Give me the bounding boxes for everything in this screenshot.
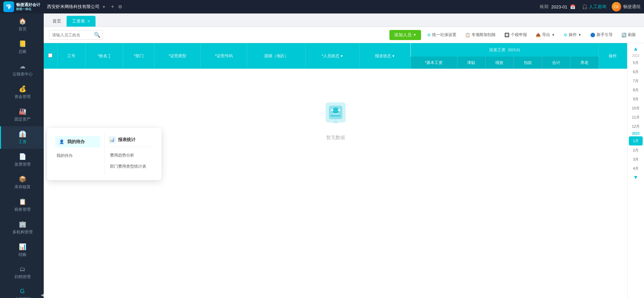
sidebar-label-expense: 小畅报销 (14, 296, 31, 298)
calendar-icon[interactable]: 📅 (570, 4, 575, 9)
timeline-jul[interactable]: 7月 (628, 76, 644, 86)
add-company-btn[interactable]: + (111, 4, 114, 10)
search-input[interactable] (52, 33, 92, 37)
sidebar-item-invoice[interactable]: 📄 发票管理 (0, 149, 44, 171)
fixed-icon: 🏭 (19, 108, 26, 115)
status-filter-icon[interactable]: ▼ (340, 54, 343, 58)
add-person-button[interactable]: 添加人员 ▼ (389, 30, 421, 40)
timeline-may[interactable]: 5月 (628, 58, 644, 67)
sidebar-item-closing[interactable]: 📊 结账 (0, 239, 44, 262)
timeline-oct[interactable]: 10月 (628, 104, 644, 113)
tab-home-label: 首页 (52, 18, 61, 24)
svg-point-4 (331, 109, 333, 111)
salary-group-label: 应发工资 (489, 47, 505, 52)
sidebar-item-ledger[interactable]: 📒 总账 (0, 36, 44, 59)
select-all-checkbox[interactable] (48, 53, 52, 58)
timeline-dec[interactable]: 12月 (628, 122, 644, 131)
service-button[interactable]: 🎧 人工咨询 (582, 4, 606, 10)
period-value[interactable]: 2023-01 (551, 4, 567, 9)
svg-rect-3 (331, 115, 341, 117)
user-info[interactable]: CE 畅捷通组 (612, 2, 641, 11)
cost-trend-label: 费用趋势分析 (110, 153, 134, 158)
sidebar-item-salary[interactable]: 👔 工资 (0, 126, 44, 149)
tax-deduct-action[interactable]: 📋 专项附加扣除 (462, 31, 498, 39)
operations-icon: ⚙ (564, 33, 567, 37)
company-selector[interactable]: 西安虾米网络科技有限公司 ▼ + ⚙ (47, 4, 540, 10)
timeline-apr[interactable]: 4月 (628, 164, 644, 173)
tab-home[interactable]: 首页 (47, 16, 67, 27)
sidebar-item-expense[interactable]: G 小畅报销 ◀ (0, 284, 44, 298)
period-label: 账期 (540, 4, 548, 10)
report-col-icon: 📊 (109, 136, 116, 143)
refresh-icon: 🔄 (621, 33, 627, 37)
operations-action[interactable]: ⚙ 操作 ▼ (561, 31, 584, 39)
multi-icon: 🏢 (19, 221, 26, 228)
period-selector[interactable]: 账期 2023-01 📅 (540, 4, 575, 10)
popup-cols: 👤 我的待办 我的待办 📊 报表统计 费用趋势分析 部门费用类型统计表 (52, 133, 156, 175)
popup-todo-title[interactable]: 👤 我的待办 (55, 136, 100, 147)
service-label[interactable]: 人工咨询 (589, 4, 606, 10)
sidebar-item-home[interactable]: 🏠 首页 (0, 13, 44, 36)
tab-salary[interactable]: 工资表 ✕ (67, 16, 96, 27)
archive-icon: 🗂 (20, 266, 26, 273)
timeline-year-2023: 2023 (628, 131, 644, 136)
timeline-aug[interactable]: 8月 (628, 86, 644, 95)
th-base-salary: *基本工资 (411, 57, 457, 69)
th-pension-label: 养老 (580, 60, 589, 65)
sidebar-item-fund[interactable]: 💰 资金管理 (0, 81, 44, 104)
company-dropdown-arrow[interactable]: ▼ (102, 5, 106, 9)
timeline-sep[interactable]: 9月 (628, 95, 644, 104)
toolbar-right: 添加人员 ▼ ⚙ 统一社保设置 📋 专项附加扣除 🔲 个税申报 📤 (389, 30, 639, 40)
search-box[interactable]: 🔍 (49, 30, 103, 40)
th-status[interactable]: *人员状态 ▼ (306, 43, 359, 69)
timeline-jan-current[interactable]: 1月 (629, 136, 643, 145)
top-header: 💎 畅捷通好会计 财税一体化 西安虾米网络科技有限公司 ▼ + ⚙ 账期 202… (0, 0, 644, 13)
popup-mytodo-item[interactable]: 我的待办 (55, 150, 100, 161)
sidebar-label-ledger: 总账 (18, 49, 27, 55)
popup-divider (104, 133, 105, 175)
sidebar-item-multi[interactable]: 🏢 多机构管理 (0, 217, 44, 239)
sidebar-label-fixed: 固定资产 (14, 117, 31, 122)
export-action[interactable]: 📤 导出 ▼ (533, 31, 558, 39)
salary-icon: 👔 (19, 130, 26, 138)
refresh-action[interactable]: 🔄 刷新 (619, 31, 639, 39)
th-checkbox[interactable] (44, 43, 57, 69)
tax-deduct-label: 专项附加扣除 (471, 32, 496, 38)
timeline-down-btn[interactable]: ▼ (632, 173, 640, 182)
cloud-icon: ☁ (20, 63, 26, 70)
th-name[interactable]: *姓名 ▲▼ (85, 43, 123, 69)
th-pension: 养老 (570, 57, 599, 69)
sidebar-item-inventory[interactable]: 📦 库存核算 (0, 171, 44, 194)
sidebar-item-tax[interactable]: 📋 税务管理 (0, 194, 44, 217)
personal-tax-action[interactable]: 🔲 个税申报 (502, 31, 530, 39)
timeline-feb[interactable]: 2月 (628, 146, 644, 155)
add-person-label: 添加人员 (394, 32, 412, 38)
tab-salary-close[interactable]: ✕ (87, 19, 90, 24)
th-report-status[interactable]: 报送状态 ▼ (359, 43, 411, 69)
th-total-label: 合计 (552, 60, 560, 65)
export-arrow: ▼ (552, 33, 555, 37)
invoice-icon: 📄 (19, 153, 26, 160)
todo-title-label: 我的待办 (67, 139, 85, 145)
timeline-mar[interactable]: 3月 (628, 155, 644, 164)
social-security-action[interactable]: ⚙ 统一社保设置 (424, 31, 459, 39)
salary-table: 工号 *姓名 ▲▼ *部门 (44, 43, 627, 69)
avatar-text: CE (614, 5, 619, 9)
sidebar-item-fixed[interactable]: 🏭 固定资产 (0, 104, 44, 126)
timeline-up-btn[interactable]: ▲ (632, 44, 640, 53)
settings-icon[interactable]: ⚙ (118, 4, 122, 9)
popup-cost-trend-item[interactable]: 费用趋势分析 (109, 150, 154, 161)
guide-action[interactable]: 🔵 新手引导 (588, 31, 615, 39)
report-filter-icon[interactable]: ▼ (392, 54, 395, 58)
timeline-nov[interactable]: 11月 (628, 113, 644, 122)
sidebar-item-archive[interactable]: 🗂 归档管理 (0, 262, 44, 284)
popup-dept-cost-item[interactable]: 部门费用类型统计表 (109, 161, 154, 172)
search-icon[interactable]: 🔍 (94, 32, 101, 38)
name-sort-arrows[interactable]: ▲▼ (108, 53, 111, 59)
timeline-jun[interactable]: 6月 (628, 67, 644, 76)
company-name[interactable]: 西安虾米网络科技有限公司 (47, 4, 100, 10)
sidebar-item-cloud[interactable]: ☁ 云报表中心 (0, 59, 44, 81)
popup-report-title[interactable]: 📊 报表统计 (109, 136, 154, 147)
th-deduct: 扣款 (514, 57, 542, 69)
tab-bar: 首页 工资表 ✕ (44, 13, 644, 27)
